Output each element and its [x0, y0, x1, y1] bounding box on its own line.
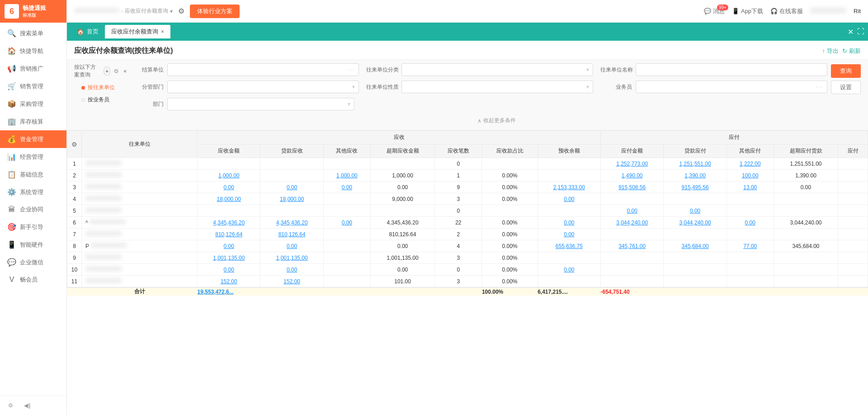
solution-button[interactable]: 体验行业方案: [190, 5, 240, 18]
topbar-right: 💬 消息 99+ 📱 App下载 🎧 在线客服 Rit: [704, 7, 861, 15]
sidebar-item-sales[interactable]: 🛒销售管理: [0, 77, 66, 95]
footer-ar-ratio: 100.00%: [482, 287, 538, 296]
yewuyuan-input[interactable]: ···: [636, 81, 827, 93]
sidebar-item-purchase[interactable]: 📦采购管理: [0, 95, 66, 113]
data-table-container: ⚙ 往来单位 应收 应付 应收金额 贷款应收 其他应收 超期应收金额 应收笔数 …: [67, 130, 868, 415]
inventory-icon: 🏢: [7, 117, 16, 126]
app-download-button[interactable]: 📱 App下载: [732, 7, 763, 15]
wanglai-mingcheng-input[interactable]: [636, 63, 827, 76]
sidebar-label-finance: 资金管理: [20, 135, 43, 143]
topbar: › 应收应付余额查询 ▾ ⚙ 体验行业方案 💬 消息 99+ 📱 App下载 🎧…: [67, 0, 868, 23]
wanglai-xingzhi-input[interactable]: ▾: [401, 81, 593, 93]
app-icon: 📱: [732, 8, 739, 14]
sidebar-item-basic[interactable]: 📋基础信息: [0, 166, 66, 183]
footer-ar-total[interactable]: 19,553,472,6...: [198, 287, 260, 296]
filter-row-2: 分管部门 ▾ 往来单位性质: [132, 81, 827, 93]
sidebar-item-inventory[interactable]: 🏢库存核算: [0, 113, 66, 130]
th-ap-other: 其他应付: [726, 144, 774, 158]
refresh-button[interactable]: ↻ 刷新: [842, 47, 861, 55]
jiesuan-label: 结算单位: [132, 66, 164, 74]
sidebar-item-finance[interactable]: 💰资金管理: [0, 130, 66, 148]
table-row: 100.000.000.0000.00%0.00: [67, 264, 868, 276]
breadcrumb: › 应收应付余额查询 ▾: [74, 7, 173, 15]
filter-option-company[interactable]: 按往来单位: [78, 82, 128, 93]
tab-ar-query[interactable]: 应收应付余额查询 ×: [105, 25, 170, 38]
sidebar-item-hardware[interactable]: 📱智能硬件: [0, 236, 66, 253]
sidebar-item-wechat[interactable]: 💬企业微信: [0, 253, 66, 271]
sidebar-label-marketing: 营销推广: [20, 65, 43, 73]
th-ap-extra: 应付: [838, 144, 868, 158]
wanglai-fenlei-input[interactable]: ▾: [401, 63, 593, 76]
tab-home[interactable]: 🏠 首页: [71, 25, 105, 38]
user-name[interactable]: Rit: [854, 8, 861, 14]
setting-button[interactable]: 设置: [831, 81, 861, 94]
user-avatar[interactable]: [810, 7, 846, 15]
filter-add-button[interactable]: +: [104, 67, 110, 76]
filter-collapse-icon[interactable]: «: [122, 67, 128, 76]
table-row: 11152.00152.00101.0030.00%: [67, 276, 868, 288]
sidebar-item-marketing[interactable]: 📢营销推广: [0, 60, 66, 77]
sidebar-footer: ⚙ ◀‖: [0, 396, 66, 415]
filter-field-wanglai-mingcheng: 往来单位名称: [600, 63, 827, 76]
filter-action-buttons: 查询 设置: [831, 63, 861, 94]
sidebar-settings-btn[interactable]: ⚙: [5, 401, 17, 410]
export-button[interactable]: ↑ 导出: [822, 47, 839, 55]
sidebar-label-search: 搜索菜单: [20, 29, 43, 38]
sidebar-label-sales: 销售管理: [20, 82, 43, 91]
service-label: 在线客服: [779, 7, 803, 15]
sidebar-label-vip: 畅会员: [20, 276, 38, 284]
tab-fullscreen-btn[interactable]: ⛶: [857, 28, 864, 36]
logo-subtitle: 标准版: [23, 12, 46, 19]
jiesuan-input[interactable]: ···: [167, 63, 359, 76]
breadcrumb-blur: [74, 8, 119, 14]
sidebar-item-search[interactable]: 🔍搜索菜单: [0, 24, 66, 42]
quicknav-icon: 🏠: [7, 47, 16, 55]
collapse-more-btn[interactable]: ∧ 收起更多条件: [132, 115, 861, 126]
sidebar-label-quicknav: 快捷导航: [20, 47, 43, 55]
finance-icon: 💰: [7, 135, 16, 143]
bumen-input[interactable]: ▾: [167, 98, 354, 110]
filter-settings-icon[interactable]: ⊙: [113, 67, 119, 76]
table-settings-icon[interactable]: ⚙: [71, 141, 77, 148]
tab-close-icon[interactable]: ×: [161, 29, 164, 35]
footer-ar-prepay: 6,417,215....: [538, 287, 600, 296]
th-ar-prepay: 预收余额: [538, 144, 600, 158]
sidebar-item-corp[interactable]: 🏛企业协同: [0, 201, 66, 218]
sidebar-item-guide[interactable]: 🎯新手引导: [0, 218, 66, 236]
th-settings: ⚙: [67, 131, 82, 158]
table-row: 418,000.0018,000.009,000.0030.00%0.00: [67, 193, 868, 205]
logo-title: 畅捷通账: [23, 4, 46, 12]
sidebar-label-wechat: 企业微信: [20, 258, 43, 267]
filter-field-yewuyuan: 业务员 ···: [600, 81, 827, 93]
sidebar-item-vip[interactable]: V畅会员: [0, 271, 66, 288]
corp-icon: 🏛: [7, 205, 16, 214]
chevron-down-icon[interactable]: ▾: [170, 8, 173, 14]
sidebar-item-operations[interactable]: 📊经营管理: [0, 148, 66, 166]
tab-close-btn[interactable]: ✕: [848, 28, 854, 36]
purchase-icon: 📦: [7, 100, 16, 108]
footer-ap-total: -654,751.40: [601, 287, 664, 296]
sidebar-label-hardware: 智能硬件: [20, 241, 43, 249]
fenguan-label: 分管部门: [132, 83, 164, 91]
table-row: 30.000.000.000.0090.00%2,153,333.00915,5…: [67, 181, 868, 193]
system-icon: ⚙️: [7, 188, 16, 196]
query-button[interactable]: 查询: [831, 64, 861, 78]
content-area: 应收应付余额查询(按往来单位) ↑ 导出 ↻ 刷新 按以下方案查询: [67, 41, 868, 415]
wanglai-mingcheng-label: 往来单位名称: [600, 66, 632, 74]
sidebar-collapse-btn[interactable]: ◀‖: [20, 401, 34, 410]
filter-label: 按以下方案查询: [74, 63, 101, 79]
sidebar-item-quicknav[interactable]: 🏠快捷导航: [0, 42, 66, 60]
filter-field-fenguan: 分管部门 ▾: [132, 81, 359, 93]
message-icon: 💬: [704, 8, 711, 14]
service-button[interactable]: 🎧 在线客服: [770, 7, 803, 15]
filter-option-salesman[interactable]: 按业务员: [78, 95, 128, 105]
sidebar-label-corp: 企业协同: [20, 205, 43, 214]
gear-icon[interactable]: ⚙: [178, 7, 184, 15]
sidebar-item-system[interactable]: ⚙️系统管理: [0, 183, 66, 201]
table-footer-row: 合计 19,553,472,6... 100.00% 6,417,215....…: [67, 287, 868, 296]
message-button[interactable]: 💬 消息 99+: [704, 7, 725, 15]
app-label: App下载: [741, 7, 763, 15]
wanglai-xingzhi-label: 往来单位性质: [366, 83, 398, 91]
fenguan-input[interactable]: ▾: [167, 81, 359, 93]
sidebar-label-inventory: 库存核算: [20, 118, 43, 126]
